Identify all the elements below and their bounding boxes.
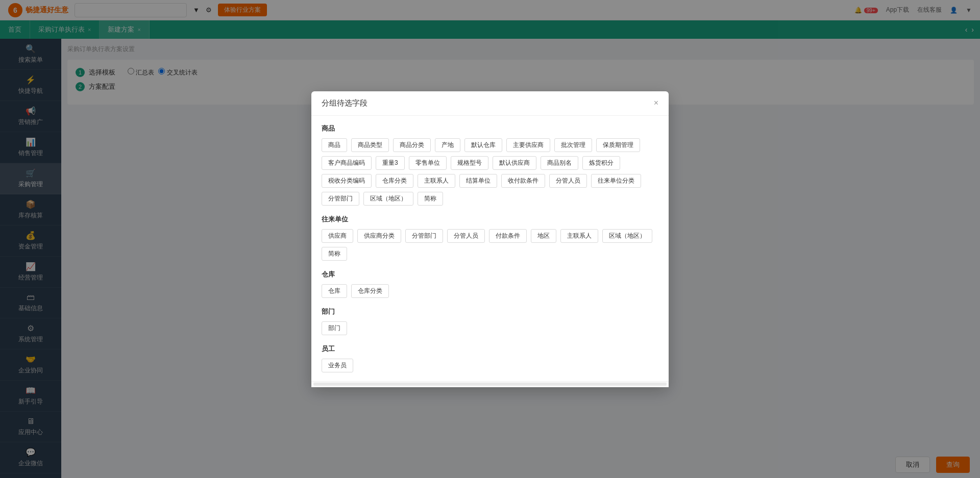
hscroll-track	[313, 383, 667, 386]
field-tag[interactable]: 分管人员	[549, 174, 587, 188]
section-goods-title: 商品	[322, 124, 658, 133]
field-tag[interactable]: 区域（地区）	[363, 192, 413, 206]
field-tag[interactable]: 默认供应商	[493, 156, 536, 170]
field-tag[interactable]: 客户商品编码	[322, 156, 372, 170]
field-tag[interactable]: 分管部门	[322, 192, 359, 206]
field-tag[interactable]: 地区	[531, 229, 556, 243]
section-partner-title: 往来单位	[322, 215, 658, 224]
field-tag[interactable]: 主联系人	[560, 229, 598, 243]
field-tag[interactable]: 规格型号	[451, 156, 488, 170]
field-tag[interactable]: 分管人员	[447, 229, 485, 243]
dept-field-tags: 部门	[322, 321, 658, 335]
modal-title: 分组待选字段	[322, 98, 368, 108]
field-tag[interactable]: 商品	[322, 138, 347, 152]
field-tag[interactable]: 结算单位	[459, 174, 497, 188]
field-tag[interactable]: 往来单位分类	[591, 174, 641, 188]
field-tag[interactable]: 付款条件	[489, 229, 527, 243]
section-dept-title: 部门	[322, 307, 658, 316]
field-tag[interactable]: 重量3	[376, 156, 405, 170]
section-staff-title: 员工	[322, 344, 658, 354]
field-tag[interactable]: 供应商分类	[357, 229, 401, 243]
field-tag[interactable]: 区域（地区）	[602, 229, 652, 243]
field-tag[interactable]: 部门	[322, 321, 347, 335]
field-tag[interactable]: 收付款条件	[501, 174, 545, 188]
field-section-goods: 商品 商品 商品类型 商品分类 产地 默认仓库 主要供应商 批次管理 保质期管理…	[322, 124, 658, 206]
field-tag[interactable]: 供应商	[322, 229, 353, 243]
modal-header: 分组待选字段 ×	[311, 91, 669, 116]
field-tag[interactable]: 批次管理	[554, 138, 592, 152]
field-tag[interactable]: 产地	[435, 138, 460, 152]
field-tag[interactable]: 保质期管理	[596, 138, 640, 152]
field-section-staff: 员工 业务员	[322, 344, 658, 372]
field-tag[interactable]: 仓库	[322, 284, 347, 298]
warehouse-field-tags: 仓库 仓库分类	[322, 284, 658, 298]
field-tag[interactable]: 主联系人	[418, 174, 455, 188]
modal-body[interactable]: 商品 商品 商品类型 商品分类 产地 默认仓库 主要供应商 批次管理 保质期管理…	[311, 116, 669, 381]
field-section-warehouse: 仓库 仓库 仓库分类	[322, 270, 658, 298]
partner-field-tags: 供应商 供应商分类 分管部门 分管人员 付款条件 地区 主联系人 区域（地区） …	[322, 229, 658, 261]
field-tag[interactable]: 仓库分类	[351, 284, 389, 298]
field-tag[interactable]: 商品别名	[541, 156, 578, 170]
field-tag[interactable]: 商品分类	[393, 138, 431, 152]
modal-close-btn[interactable]: ×	[654, 98, 658, 108]
field-tag[interactable]: 仓库分类	[376, 174, 413, 188]
modal-scroll-area: 商品 商品 商品类型 商品分类 产地 默认仓库 主要供应商 批次管理 保质期管理…	[322, 124, 658, 381]
field-tag[interactable]: 主要供应商	[506, 138, 550, 152]
field-section-partner: 往来单位 供应商 供应商分类 分管部门 分管人员 付款条件 地区 主联系人 区域…	[322, 215, 658, 261]
field-select-modal: 分组待选字段 × 商品 商品 商品类型 商品分类 产地 默认仓库 主要供应商 批…	[311, 91, 669, 387]
field-tag[interactable]: 简称	[322, 247, 347, 261]
field-tag[interactable]: 商品类型	[351, 138, 389, 152]
field-section-dept: 部门 部门	[322, 307, 658, 335]
goods-field-tags: 商品 商品类型 商品分类 产地 默认仓库 主要供应商 批次管理 保质期管理 客户…	[322, 138, 658, 206]
staff-field-tags: 业务员	[322, 359, 658, 372]
field-tag[interactable]: 简称	[418, 192, 443, 206]
section-warehouse-title: 仓库	[322, 270, 658, 279]
modal-hscroll[interactable]	[311, 381, 669, 387]
field-tag[interactable]: 业务员	[322, 359, 353, 372]
field-tag[interactable]: 默认仓库	[464, 138, 502, 152]
field-tag[interactable]: 零售单位	[409, 156, 447, 170]
field-tag[interactable]: 分管部门	[405, 229, 443, 243]
field-tag[interactable]: 炼货积分	[582, 156, 620, 170]
field-tag[interactable]: 税收分类编码	[322, 174, 372, 188]
